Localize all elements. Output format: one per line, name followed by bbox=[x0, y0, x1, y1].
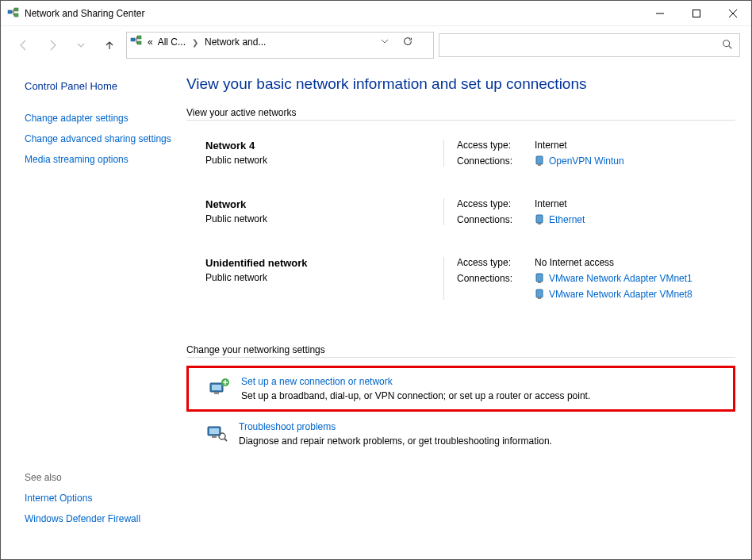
address-bar[interactable]: « All C... ❯ Network and... bbox=[126, 32, 434, 59]
svg-rect-8 bbox=[536, 156, 543, 164]
maximize-button[interactable] bbox=[678, 2, 715, 25]
see-also-internet-options[interactable]: Internet Options bbox=[25, 493, 174, 504]
svg-rect-9 bbox=[538, 164, 541, 166]
network-block: Network Public network Access type: Inte… bbox=[186, 187, 735, 246]
page-heading: View your basic network information and … bbox=[186, 75, 735, 93]
chevron-right-icon[interactable]: ❯ bbox=[190, 38, 200, 47]
svg-rect-21 bbox=[209, 428, 219, 434]
connection-link[interactable]: OpenVPN Wintun bbox=[549, 155, 624, 167]
troubleshoot-desc: Diagnose and repair network problems, or… bbox=[239, 435, 552, 447]
setup-connection-title[interactable]: Set up a new connection or network bbox=[241, 376, 590, 387]
setup-connection-desc: Set up a broadband, dial-up, or VPN conn… bbox=[241, 390, 590, 401]
access-type-value: Internet bbox=[535, 198, 585, 209]
search-icon[interactable] bbox=[722, 39, 733, 52]
minimize-button[interactable] bbox=[642, 2, 678, 25]
see-also-label: See also bbox=[25, 472, 174, 483]
breadcrumb-prefix: « bbox=[148, 36, 153, 48]
connection-link[interactable]: VMware Network Adapter VMnet1 bbox=[549, 273, 693, 284]
svg-rect-5 bbox=[137, 36, 141, 39]
sidebar-link-adapter[interactable]: Change adapter settings bbox=[25, 113, 174, 124]
svg-rect-10 bbox=[536, 215, 543, 223]
svg-rect-11 bbox=[538, 223, 541, 224]
body: Control Panel Home Change adapter settin… bbox=[1, 64, 751, 559]
connection-link[interactable]: VMware Network Adapter VMnet8 bbox=[549, 289, 693, 300]
network-type: Public network bbox=[205, 272, 443, 283]
change-settings-label: Change your networking settings bbox=[186, 344, 735, 358]
svg-point-7 bbox=[723, 40, 730, 46]
network-block: Unidentified network Public network Acce… bbox=[186, 246, 735, 320]
active-networks-label: View your active networks bbox=[186, 107, 735, 121]
access-type-label: Access type: bbox=[457, 198, 528, 209]
connections-label: Connections: bbox=[457, 155, 528, 167]
forward-button[interactable] bbox=[40, 33, 64, 57]
adapter-icon bbox=[535, 214, 544, 225]
see-also-firewall[interactable]: Windows Defender Firewall bbox=[25, 513, 174, 524]
highlight-annotation: Set up a new connection or network Set u… bbox=[186, 366, 735, 412]
access-type-value: No Internet access bbox=[535, 257, 693, 268]
back-button[interactable] bbox=[12, 33, 36, 57]
up-button[interactable] bbox=[98, 33, 121, 57]
search-input[interactable] bbox=[446, 39, 722, 52]
breadcrumb-icon bbox=[130, 35, 143, 50]
network-type: Public network bbox=[205, 155, 443, 166]
svg-rect-0 bbox=[8, 10, 12, 13]
svg-rect-22 bbox=[212, 435, 217, 438]
svg-rect-3 bbox=[693, 10, 700, 17]
setup-connection-item[interactable]: Set up a new connection or network Set u… bbox=[189, 370, 733, 408]
network-name: Network 4 bbox=[205, 140, 443, 152]
access-type-value: Internet bbox=[535, 140, 624, 151]
adapter-icon bbox=[535, 155, 544, 167]
see-also-section: See also Internet Options Windows Defend… bbox=[25, 472, 174, 550]
window-title: Network and Sharing Center bbox=[25, 8, 144, 19]
svg-rect-12 bbox=[536, 274, 543, 282]
troubleshoot-title[interactable]: Troubleshoot problems bbox=[239, 421, 552, 432]
network-name: Network bbox=[205, 198, 443, 210]
refresh-button[interactable] bbox=[398, 36, 417, 49]
adapter-icon bbox=[535, 273, 544, 284]
troubleshoot-icon bbox=[205, 423, 228, 442]
titlebar: Network and Sharing Center bbox=[1, 1, 751, 26]
search-box[interactable] bbox=[439, 33, 740, 57]
svg-rect-6 bbox=[137, 41, 141, 44]
breadcrumb-part1[interactable]: All C... bbox=[158, 36, 186, 48]
address-dropdown[interactable] bbox=[376, 37, 393, 47]
active-networks-list: Network 4 Public network Access type: In… bbox=[186, 128, 735, 320]
svg-rect-18 bbox=[214, 392, 219, 394]
navbar: « All C... ❯ Network and... bbox=[1, 26, 751, 64]
breadcrumb-part2[interactable]: Network and... bbox=[205, 36, 266, 48]
access-type-label: Access type: bbox=[457, 257, 528, 268]
sidebar-link-streaming[interactable]: Media streaming options bbox=[25, 154, 174, 165]
window: Network and Sharing Center bbox=[0, 0, 752, 560]
network-name: Unidentified network bbox=[205, 257, 443, 269]
main-panel: View your basic network information and … bbox=[183, 64, 751, 559]
setup-connection-icon bbox=[208, 378, 230, 397]
connection-link[interactable]: Ethernet bbox=[549, 214, 585, 225]
control-panel-home-link[interactable]: Control Panel Home bbox=[25, 80, 174, 92]
svg-rect-14 bbox=[536, 290, 543, 297]
network-block: Network 4 Public network Access type: In… bbox=[186, 128, 735, 187]
sidebar: Control Panel Home Change adapter settin… bbox=[1, 64, 183, 559]
access-type-label: Access type: bbox=[457, 140, 528, 151]
svg-rect-13 bbox=[538, 282, 541, 283]
svg-rect-2 bbox=[14, 13, 18, 17]
close-button[interactable] bbox=[715, 2, 751, 25]
svg-rect-15 bbox=[538, 297, 541, 299]
svg-rect-1 bbox=[14, 8, 18, 11]
window-controls bbox=[642, 2, 751, 25]
recent-dropdown[interactable] bbox=[69, 33, 93, 57]
network-type: Public network bbox=[205, 213, 443, 224]
svg-rect-17 bbox=[212, 385, 221, 390]
svg-point-23 bbox=[219, 433, 225, 439]
connections-label: Connections: bbox=[457, 273, 528, 300]
troubleshoot-item[interactable]: Troubleshoot problems Diagnose and repai… bbox=[186, 415, 735, 453]
adapter-icon bbox=[535, 289, 544, 300]
app-icon bbox=[7, 7, 20, 20]
connections-label: Connections: bbox=[457, 214, 528, 225]
sidebar-link-sharing[interactable]: Change advanced sharing settings bbox=[25, 133, 174, 144]
svg-rect-4 bbox=[131, 38, 135, 41]
